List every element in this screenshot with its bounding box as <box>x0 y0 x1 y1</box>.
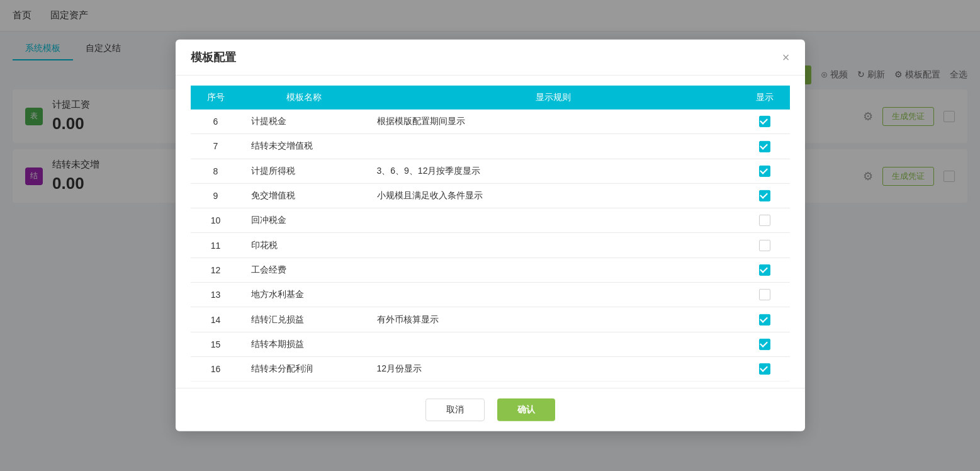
checkbox-9[interactable] <box>759 190 770 201</box>
cell-rule <box>367 208 740 233</box>
modal-title: 模板配置 <box>191 50 236 65</box>
confirm-button[interactable]: 确认 <box>497 399 555 421</box>
cell-seq: 8 <box>191 159 241 183</box>
cell-rule: 小规模且满足收入条件显示 <box>367 183 740 208</box>
table-row: 14结转汇兑损益有外币核算显示 <box>191 307 790 332</box>
checkbox-10[interactable] <box>759 215 770 226</box>
cell-seq: 16 <box>191 356 241 381</box>
cancel-button[interactable]: 取消 <box>425 399 485 421</box>
checkbox-13[interactable] <box>759 289 770 300</box>
cell-rule <box>367 258 740 282</box>
checkbox-11[interactable] <box>759 240 770 251</box>
cell-name: 地方水利基金 <box>241 282 367 307</box>
cell-checkbox[interactable] <box>740 258 790 282</box>
cell-rule <box>367 134 740 159</box>
cell-name: 结转未分配利润 <box>241 356 367 381</box>
table-header: 序号 模板名称 显示规则 显示 <box>191 86 790 110</box>
template-config-modal: 模板配置 × 序号 模板名称 显示规则 显示 <box>176 40 805 431</box>
table-scroll-area: 6计提税金根据模版配置期间显示7结转未交增值税8计提所得税3、6、9、12月按季… <box>191 110 790 382</box>
cell-checkbox[interactable] <box>740 307 790 332</box>
cell-checkbox[interactable] <box>740 233 790 258</box>
cell-checkbox[interactable] <box>740 183 790 208</box>
table-row: 12工会经费 <box>191 258 790 282</box>
cell-rule <box>367 332 740 356</box>
cell-seq: 6 <box>191 110 241 134</box>
config-table-body: 6计提税金根据模版配置期间显示7结转未交增值税8计提所得税3、6、9、12月按季… <box>191 110 790 382</box>
cell-seq: 12 <box>191 258 241 282</box>
cell-checkbox[interactable] <box>740 282 790 307</box>
cell-name: 回冲税金 <box>241 208 367 233</box>
table-row: 16结转未分配利润12月份显示 <box>191 356 790 381</box>
cell-checkbox[interactable] <box>740 110 790 134</box>
cell-seq: 15 <box>191 332 241 356</box>
cell-seq: 7 <box>191 134 241 159</box>
cell-checkbox[interactable] <box>740 332 790 356</box>
cell-seq: 13 <box>191 282 241 307</box>
col-name: 模板名称 <box>241 86 367 110</box>
cell-rule: 12月份显示 <box>367 356 740 381</box>
cell-name: 印花税 <box>241 233 367 258</box>
cell-name: 结转汇兑损益 <box>241 307 367 332</box>
modal-header: 模板配置 × <box>176 40 805 76</box>
modal-footer: 取消 确认 <box>176 388 805 431</box>
cell-name: 结转本期损益 <box>241 332 367 356</box>
table-row: 15结转本期损益 <box>191 332 790 356</box>
table-row: 10回冲税金 <box>191 208 790 233</box>
cell-seq: 14 <box>191 307 241 332</box>
table-row: 9免交增值税小规模且满足收入条件显示 <box>191 183 790 208</box>
cell-rule: 3、6、9、12月按季度显示 <box>367 159 740 183</box>
checkbox-14[interactable] <box>759 314 770 326</box>
checkbox-16[interactable] <box>759 363 770 375</box>
cell-name: 结转未交增值税 <box>241 134 367 159</box>
cell-seq: 9 <box>191 183 241 208</box>
cell-rule: 有外币核算显示 <box>367 307 740 332</box>
cell-name: 免交增值税 <box>241 183 367 208</box>
checkbox-12[interactable] <box>759 264 770 276</box>
cell-rule: 根据模版配置期间显示 <box>367 110 740 134</box>
cell-name: 工会经费 <box>241 258 367 282</box>
table-row: 6计提税金根据模版配置期间显示 <box>191 110 790 134</box>
cell-seq: 10 <box>191 208 241 233</box>
checkbox-6[interactable] <box>759 116 770 127</box>
table-row: 7结转未交增值税 <box>191 134 790 159</box>
cell-checkbox[interactable] <box>740 159 790 183</box>
checkbox-7[interactable] <box>759 140 770 152</box>
table-row: 13地方水利基金 <box>191 282 790 307</box>
modal-body: 序号 模板名称 显示规则 显示 6计提税金根据模版配置期间显示7结转未交增值税8… <box>176 76 805 382</box>
table-row: 8计提所得税3、6、9、12月按季度显示 <box>191 159 790 183</box>
cell-rule <box>367 282 740 307</box>
modal-close-button[interactable]: × <box>782 51 790 64</box>
cell-checkbox[interactable] <box>740 356 790 381</box>
cell-checkbox[interactable] <box>740 208 790 233</box>
table-row: 11印花税 <box>191 233 790 258</box>
cell-seq: 11 <box>191 233 241 258</box>
cell-name: 计提所得税 <box>241 159 367 183</box>
col-seq: 序号 <box>191 86 241 110</box>
cell-checkbox[interactable] <box>740 134 790 159</box>
checkbox-8[interactable] <box>759 166 770 177</box>
config-table: 序号 模板名称 显示规则 显示 <box>191 86 790 110</box>
col-rule: 显示规则 <box>367 86 740 110</box>
cell-name: 计提税金 <box>241 110 367 134</box>
col-display: 显示 <box>740 86 790 110</box>
cell-rule <box>367 233 740 258</box>
checkbox-15[interactable] <box>759 339 770 350</box>
